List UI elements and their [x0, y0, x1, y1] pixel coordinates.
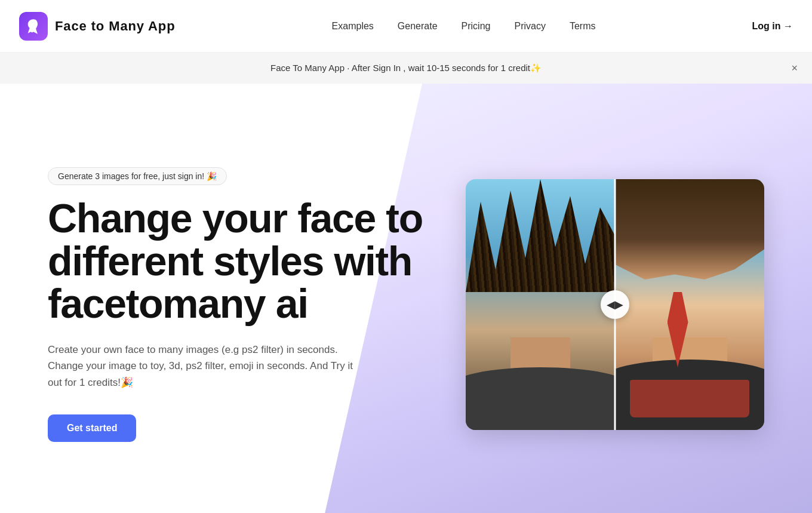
hero-content: Generate 3 images for free, just sign in… [48, 167, 430, 442]
compare-image-right [615, 179, 764, 430]
nav-terms[interactable]: Terms [570, 21, 596, 31]
logo-svg [25, 18, 42, 35]
nav-pricing[interactable]: Pricing [462, 21, 491, 31]
banner-text: Face To Many App · After Sign In , wait … [29, 63, 783, 73]
hero-image-compare: ◀▶ [466, 179, 764, 430]
navbar: Face to Many App Examples Generate Prici… [0, 0, 812, 53]
clothing-right [615, 360, 764, 430]
image-compare-container: ◀▶ [466, 179, 764, 430]
hero-description: Create your own face to many images (e.g… [48, 342, 358, 391]
banner-close-button[interactable]: × [791, 63, 798, 73]
logo-text: Face to Many App [55, 19, 176, 34]
compare-image-left [466, 179, 615, 430]
logo-icon [19, 12, 48, 41]
nav-links: Examples Generate Pricing Privacy Terms [332, 21, 596, 32]
clothing-left [466, 367, 615, 430]
hero-section: Generate 3 images for free, just sign in… [0, 84, 812, 513]
nav-generate[interactable]: Generate [398, 21, 438, 31]
announcement-banner: Face To Many App · After Sign In , wait … [0, 53, 812, 84]
nav-privacy[interactable]: Privacy [514, 21, 545, 31]
hero-title: Change your face to different styles wit… [48, 197, 430, 325]
hero-badge: Generate 3 images for free, just sign in… [48, 167, 227, 185]
nav-logo[interactable]: Face to Many App [19, 12, 176, 41]
nav-examples[interactable]: Examples [332, 21, 374, 31]
get-started-button[interactable]: Get started [48, 414, 136, 442]
compare-handle[interactable]: ◀▶ [601, 290, 629, 319]
login-button[interactable]: Log in → [752, 21, 793, 32]
